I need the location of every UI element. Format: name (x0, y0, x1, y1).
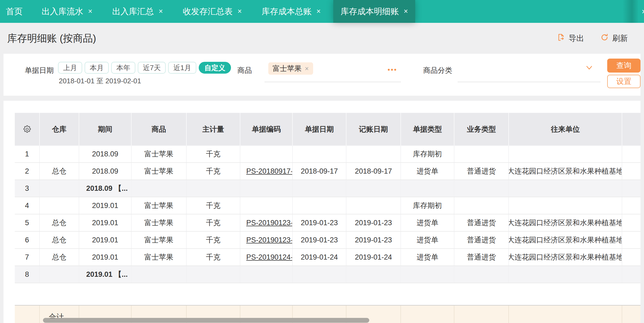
cell-product: 富士苹果 (132, 197, 187, 214)
cell-doc-type: 进货单 (401, 163, 454, 180)
column-settings-gear-icon[interactable] (15, 113, 40, 146)
cell-warehouse (40, 146, 79, 162)
cell-biz-type: 普通进货 (454, 232, 509, 248)
tab-close-icon[interactable]: × (238, 7, 242, 16)
grid-header-row: 仓库期间商品主计量单据编码单据日期记账日期单据类型业务类型往来单位 (15, 113, 641, 146)
cell-stub (622, 266, 641, 283)
cell-stub (622, 197, 641, 214)
date-preset-pill[interactable]: 近1月 (168, 62, 196, 74)
column-header: 单据日期 (293, 113, 346, 146)
tab-1[interactable]: 出入库流水× (34, 0, 100, 23)
date-preset-pill[interactable]: 近7天 (138, 62, 166, 74)
refresh-button[interactable]: 刷新 (600, 33, 628, 44)
tab-overflow-shadow (623, 0, 638, 23)
table-row[interactable]: 2总仓2018.09富士苹果千克PS-20180917-02018-09-172… (15, 163, 641, 180)
cell-unit: 千克 (187, 197, 240, 214)
tab-label: 出入库汇总 (112, 6, 154, 17)
cell-product: 富士苹果 (132, 146, 187, 162)
cell-doc-code[interactable]: PS-20190123-0 (240, 214, 293, 231)
tabs: 首页出入库流水×出入库汇总×收发存汇总表×库存成本总账×库存成本明细账× (0, 0, 415, 23)
cell-biz-type: 普通进货 (454, 249, 509, 265)
cell-period: 2018.09 【... (79, 180, 132, 197)
tab-close-icon[interactable]: × (316, 7, 321, 16)
data-grid: 仓库期间商品主计量单据编码单据日期记账日期单据类型业务类型往来单位 12018.… (15, 113, 641, 323)
column-header-stub (622, 113, 641, 146)
chevron-down-icon[interactable] (584, 64, 594, 73)
category-filter-select[interactable] (458, 60, 600, 82)
cell-book-date: 2018-09-17 (346, 163, 401, 180)
column-header: 记账日期 (346, 113, 401, 146)
product-more-icon[interactable] (388, 69, 396, 71)
cell-biz-type (454, 180, 509, 197)
cell-doc-code (240, 180, 293, 197)
cell-doc-type: 进货单 (401, 214, 454, 231)
cell-unit (187, 266, 240, 283)
tab-home[interactable]: 首页 (0, 0, 29, 23)
cell-row-number: 6 (15, 232, 40, 248)
cell-biz-type (454, 266, 509, 283)
date-range-value[interactable]: 2018-01-01 至 2019-02-01 (59, 76, 141, 86)
cell-doc-code[interactable]: PS-20190123-0 (240, 232, 293, 248)
cell-partner (509, 197, 622, 214)
cell-warehouse: 总仓 (40, 163, 79, 180)
cell-partner: 大连花园口经济区景和水果种植基地 (509, 232, 622, 248)
cell-doc-type: 进货单 (401, 249, 454, 265)
tab-bar: 首页出入库流水×出入库汇总×收发存汇总表×库存成本总账×库存成本明细账× × (0, 0, 644, 23)
table-scroll-area[interactable]: 仓库期间商品主计量单据编码单据日期记账日期单据类型业务类型往来单位 12018.… (15, 113, 641, 323)
table-row[interactable]: 82019.01 【... (15, 266, 641, 283)
tab-4[interactable]: 库存成本总账× (254, 0, 328, 23)
tab-close-icon[interactable]: × (404, 7, 408, 16)
cell-doc-code[interactable]: PS-20180917-0 (240, 163, 293, 180)
cell-book-date (346, 266, 401, 283)
export-label: 导出 (569, 33, 584, 44)
table-row[interactable]: 42019.01富士苹果千克库存期初 (15, 197, 641, 214)
cell-unit: 千克 (187, 249, 240, 265)
tab-2[interactable]: 出入库汇总× (105, 0, 170, 23)
cell-biz-type: 普通进货 (454, 163, 509, 180)
column-header: 主计量 (187, 113, 240, 146)
cell-partner: 大连花园口经济区景和水果种植基地 (509, 214, 622, 231)
cell-partner: 大连花园口经济区景和水果种植基地 (509, 249, 622, 265)
cell-period: 2019.01 (79, 249, 132, 265)
column-header: 期间 (79, 113, 132, 146)
tab-label: 首页 (6, 6, 23, 17)
refresh-icon (600, 33, 609, 44)
settings-button[interactable]: 设置 (607, 75, 641, 88)
cell-stub (622, 146, 641, 162)
column-header: 往来单位 (509, 113, 622, 146)
tab-3[interactable]: 收发存汇总表× (176, 0, 249, 23)
total-cell (509, 306, 622, 323)
cell-book-date: 2019-01-24 (346, 249, 401, 265)
date-preset-pill-custom[interactable]: 自定义 (199, 62, 231, 74)
date-preset-pill[interactable]: 本年 (111, 62, 135, 74)
product-filter-input[interactable]: 富士苹果 × (265, 60, 401, 82)
table-row[interactable]: 6总仓2019.01富士苹果千克PS-20190123-02019-01-232… (15, 232, 641, 249)
date-preset-pill[interactable]: 上月 (58, 62, 82, 74)
tab-5[interactable]: 库存成本明细账× (333, 0, 415, 23)
cell-doc-date (293, 146, 346, 162)
overflow-tab-close-icon[interactable]: × (642, 0, 644, 23)
cell-row-number: 4 (15, 197, 40, 214)
cell-row-number: 3 (15, 180, 40, 197)
page-title: 库存明细账 (按商品) (7, 32, 96, 45)
cell-period: 2019.01 (79, 214, 132, 231)
table-row[interactable]: 12018.09富士苹果千克库存期初 (15, 146, 641, 163)
tab-close-icon[interactable]: × (159, 7, 163, 16)
cell-doc-code[interactable]: PS-20190124-0 (240, 249, 293, 265)
cell-biz-type (454, 146, 509, 162)
tab-label: 出入库流水 (42, 6, 83, 17)
product-tag-close-icon[interactable]: × (305, 65, 309, 73)
cell-period: 2019.01 (79, 197, 132, 214)
cell-doc-type: 进货单 (401, 232, 454, 248)
cell-stub (622, 232, 641, 248)
export-button[interactable]: 导出 (556, 33, 584, 44)
query-button[interactable]: 查询 (607, 59, 641, 73)
table-row[interactable]: 7总仓2019.01富士苹果千克PS-20190124-02019-01-242… (15, 249, 641, 266)
column-header: 单据编码 (240, 113, 293, 146)
tab-close-icon[interactable]: × (88, 7, 92, 16)
horizontal-scrollbar-thumb[interactable] (43, 318, 369, 323)
date-preset-pill[interactable]: 本月 (85, 62, 109, 74)
table-row[interactable]: 32018.09 【... (15, 180, 641, 197)
column-header: 仓库 (40, 113, 79, 146)
table-row[interactable]: 5总仓2019.01富士苹果千克PS-20190123-02019-01-232… (15, 214, 641, 232)
